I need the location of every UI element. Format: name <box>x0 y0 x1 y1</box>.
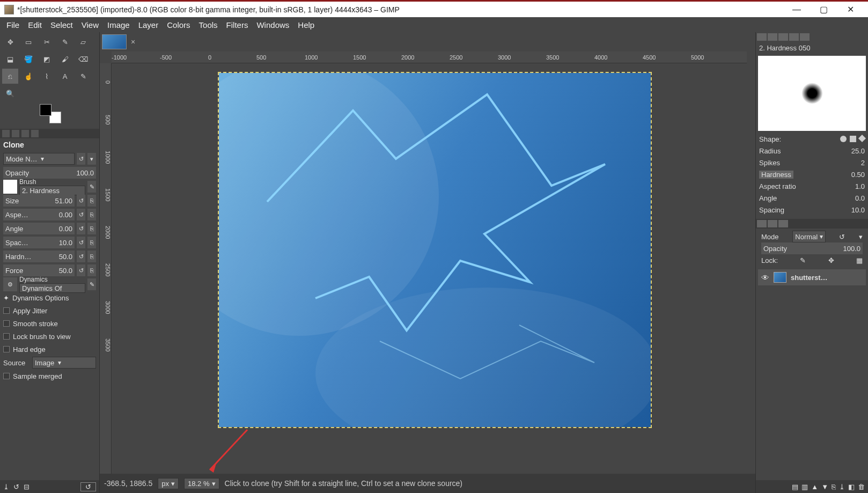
layer-mode-select[interactable]: Normal ▾ <box>792 231 825 242</box>
tab-brushes-icon[interactable] <box>757 33 767 41</box>
shape-diamond-icon[interactable] <box>858 135 866 142</box>
brush-edit-icon[interactable]: ✎ <box>87 181 96 193</box>
freeselect-tool-icon[interactable]: ✂ <box>39 34 55 49</box>
apply-jitter-checkbox[interactable]: Apply Jitter <box>3 305 96 317</box>
rect-select-tool-icon[interactable]: ▭ <box>20 34 36 49</box>
menu-select[interactable]: Select <box>47 19 76 31</box>
tab-images-icon[interactable] <box>31 130 39 137</box>
lock-alpha-icon[interactable]: ▦ <box>856 256 863 264</box>
bucket-tool-icon[interactable]: 🪣 <box>20 51 36 67</box>
layer-name[interactable]: shutterst… <box>791 274 828 282</box>
dynamics-options-expander[interactable]: ✦Dynamics Options <box>3 292 96 304</box>
shape-circle-icon[interactable] <box>840 136 847 142</box>
angle-reset-icon[interactable]: ↺ <box>77 223 85 234</box>
minimize-button[interactable]: — <box>783 1 810 18</box>
zoom-select[interactable]: 18.2 %▾ <box>184 478 219 489</box>
mode-menu-icon[interactable]: ▾ <box>87 153 96 165</box>
tab-history-icon[interactable] <box>21 130 29 137</box>
dynamics-icon[interactable]: ⚙ <box>3 277 17 291</box>
colorpicker-tool-icon[interactable]: ✎ <box>75 69 91 84</box>
eraser-tool-icon[interactable]: ⌫ <box>75 51 91 67</box>
delete-layer-icon[interactable]: 🗑 <box>858 483 865 491</box>
lock-position-icon[interactable]: ✥ <box>828 256 834 264</box>
shape-square-icon[interactable] <box>850 136 856 142</box>
gradient-tool-icon[interactable]: ◩ <box>39 51 55 67</box>
force-reset-icon[interactable]: ↺ <box>77 264 85 276</box>
source-select[interactable]: Image ▾ <box>32 357 96 369</box>
new-layer-icon[interactable]: ▤ <box>792 483 798 491</box>
layer-down-icon[interactable]: ▼ <box>821 483 828 491</box>
layer-mode-reset-icon[interactable]: ↺ <box>839 233 845 241</box>
menu-filters[interactable]: Filters <box>223 19 252 31</box>
crop-tool-icon[interactable]: ✎ <box>57 34 73 49</box>
layer-opacity-slider[interactable]: Opacity100.0 <box>761 242 863 254</box>
hardness-link-icon[interactable]: ⎘ <box>87 251 96 262</box>
lock-pixels-icon[interactable]: ✎ <box>800 256 806 264</box>
tab-channels-icon[interactable] <box>768 220 777 227</box>
path-tool-icon[interactable]: ⌇ <box>39 69 55 84</box>
warp-tool-icon[interactable]: ⬓ <box>2 51 18 67</box>
close-button[interactable]: ✕ <box>837 1 864 18</box>
tab-fonts-icon[interactable] <box>778 33 788 41</box>
reset-options-icon[interactable]: ↺ <box>80 482 96 491</box>
menu-layer[interactable]: Layer <box>135 19 162 31</box>
layer-row[interactable]: 👁 shutterst… <box>758 269 866 285</box>
horizontal-ruler[interactable]: -1000-5000500100015002000250030003500400… <box>112 51 747 63</box>
mask-icon[interactable]: ◧ <box>848 483 855 491</box>
vertical-ruler[interactable]: 0500100015002000250030003500 <box>100 63 112 474</box>
brush-preview[interactable] <box>758 56 866 131</box>
hardness-reset-icon[interactable]: ↺ <box>77 251 85 262</box>
dynamics-edit-icon[interactable]: ✎ <box>87 278 96 290</box>
sample-merged-checkbox[interactable]: Sample merged <box>3 370 96 382</box>
menu-windows[interactable]: Windows <box>253 19 292 31</box>
tab-editor-icon[interactable] <box>800 33 810 41</box>
brush-preview-icon[interactable] <box>3 180 17 194</box>
tab-patterns-icon[interactable] <box>768 33 777 41</box>
image-tab-thumb[interactable] <box>102 34 127 49</box>
force-link-icon[interactable]: ⎘ <box>87 264 96 276</box>
brush-tool-icon[interactable]: 🖌 <box>57 51 73 67</box>
move-tool-icon[interactable]: ✥ <box>2 34 18 49</box>
menu-tools[interactable]: Tools <box>196 19 221 31</box>
lock-brush-checkbox[interactable]: Lock brush to view <box>3 330 96 342</box>
blend-mode-select[interactable]: Mode N… ▾ <box>3 153 75 165</box>
angle-link-icon[interactable]: ⎘ <box>87 223 96 234</box>
opacity-slider[interactable]: Opacity100.0 <box>3 167 96 179</box>
menu-view[interactable]: View <box>78 19 102 31</box>
size-slider[interactable]: Size51.00 <box>3 195 75 207</box>
aspect-slider[interactable]: Aspe…0.00 <box>3 209 75 220</box>
image-canvas[interactable] <box>219 73 651 427</box>
canvas-area[interactable] <box>112 63 747 474</box>
save-options-icon[interactable]: ⤓ <box>3 483 9 491</box>
hard-edge-checkbox[interactable]: Hard edge <box>3 343 96 355</box>
tab-paths-icon[interactable] <box>778 220 788 227</box>
layer-group-icon[interactable]: ▥ <box>801 483 808 491</box>
maximize-button[interactable]: ▢ <box>810 1 837 18</box>
angle-slider[interactable]: Angle0.00 <box>3 223 75 234</box>
layer-up-icon[interactable]: ▲ <box>811 483 818 491</box>
color-swatch[interactable] <box>40 104 61 123</box>
spacing-reset-icon[interactable]: ↺ <box>77 237 85 248</box>
tab-layers-icon[interactable] <box>757 220 767 227</box>
menu-help[interactable]: Help <box>295 19 318 31</box>
delete-options-icon[interactable]: ⊟ <box>24 483 30 491</box>
image-tab-close-icon[interactable]: × <box>131 38 135 46</box>
text-tool-icon[interactable]: A <box>57 69 73 84</box>
menu-file[interactable]: File <box>3 19 23 31</box>
spacing-link-icon[interactable]: ⎘ <box>87 237 96 248</box>
tab-tool-options-icon[interactable] <box>2 130 10 137</box>
merge-down-icon[interactable]: ⤓ <box>839 483 845 491</box>
clone-tool-icon[interactable]: ⎌ <box>2 69 18 84</box>
foreground-color[interactable] <box>40 104 52 116</box>
size-reset-icon[interactable]: ↺ <box>77 195 85 207</box>
restore-options-icon[interactable]: ↺ <box>13 483 19 491</box>
zoom-tool-icon[interactable]: 🔍 <box>2 86 18 101</box>
tab-device-icon[interactable] <box>12 130 19 137</box>
mode-swap-icon[interactable]: ↺ <box>77 153 85 165</box>
duplicate-layer-icon[interactable]: ⎘ <box>832 483 836 491</box>
force-slider[interactable]: Force50.0 <box>3 264 75 276</box>
aspect-reset-icon[interactable]: ↺ <box>77 209 85 220</box>
menu-image[interactable]: Image <box>104 19 133 31</box>
layer-thumbnail[interactable] <box>774 272 786 283</box>
unit-select[interactable]: px▾ <box>158 478 179 489</box>
